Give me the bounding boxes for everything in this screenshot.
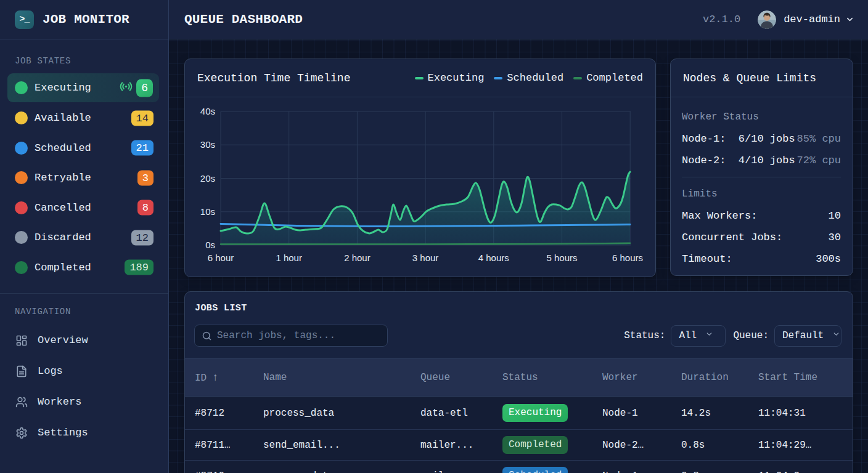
svg-text:30s: 30s: [200, 139, 215, 150]
svg-text:5 hours: 5 hours: [546, 253, 577, 263]
svg-text:3 hour: 3 hour: [412, 253, 439, 263]
svg-text:2 hour: 2 hour: [344, 253, 371, 263]
svg-text:10s: 10s: [200, 206, 215, 217]
svg-text:20s: 20s: [200, 173, 215, 184]
svg-text:1 hour: 1 hour: [276, 253, 302, 263]
svg-text:6 hours: 6 hours: [612, 253, 643, 263]
svg-text:6 hour: 6 hour: [208, 253, 234, 263]
svg-text:40s: 40s: [200, 106, 215, 116]
svg-text:4 hours: 4 hours: [478, 253, 509, 263]
svg-text:0s: 0s: [205, 240, 215, 250]
